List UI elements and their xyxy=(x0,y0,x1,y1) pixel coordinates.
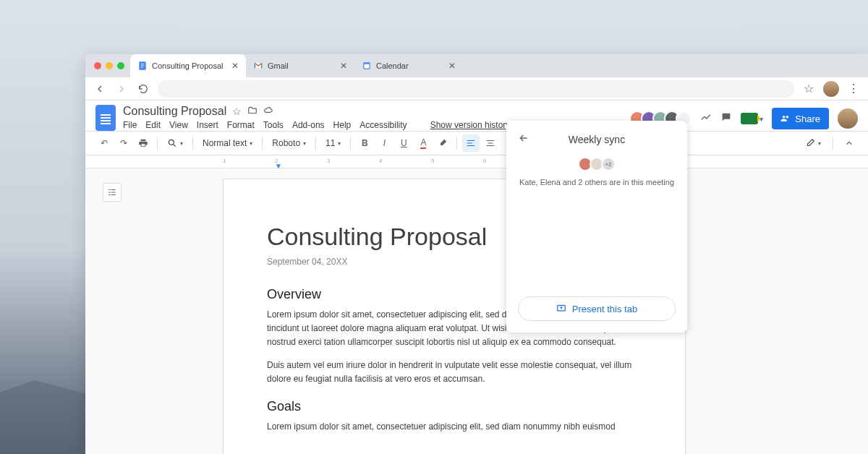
outline-toggle-button[interactable] xyxy=(103,183,122,202)
tab-title: Gmail xyxy=(268,61,336,70)
font-size-dropdown[interactable]: 11▾ xyxy=(321,134,345,152)
meeting-subtitle: Kate, Elena and 2 others are in this mee… xyxy=(518,177,676,188)
profile-avatar[interactable] xyxy=(823,81,839,97)
underline-button[interactable]: U xyxy=(395,134,412,152)
document-canvas: Consulting Proposal September 04, 20XX O… xyxy=(85,168,868,454)
text-color-button[interactable]: A xyxy=(414,134,432,152)
browser-menu-icon[interactable]: ⋮ xyxy=(846,82,861,96)
forward-button[interactable] xyxy=(114,82,129,96)
meet-camera-icon xyxy=(741,113,758,124)
star-icon[interactable]: ☆ xyxy=(801,82,816,96)
activity-icon[interactable] xyxy=(700,111,712,126)
docs-header: Consulting Proposal ☆ File Edit View Ins… xyxy=(85,100,868,131)
menu-tools[interactable]: Tools xyxy=(263,120,284,130)
zoom-dropdown[interactable]: ▾ xyxy=(163,134,187,152)
calendar-icon xyxy=(362,61,372,71)
version-history-link[interactable]: Show version history xyxy=(430,120,511,130)
doc-paragraph: Duis autem vel eum iriure dolor in hendr… xyxy=(267,359,642,386)
menu-file[interactable]: File xyxy=(123,120,137,130)
meeting-avatars: +2 xyxy=(518,157,676,171)
close-tab-icon[interactable]: ✕ xyxy=(231,61,239,71)
undo-button[interactable]: ↶ xyxy=(95,134,113,152)
browser-tab-active[interactable]: Consulting Proposal ✕ xyxy=(130,54,246,77)
minimize-window-button[interactable] xyxy=(106,62,113,69)
menu-view[interactable]: View xyxy=(169,120,188,130)
editing-mode-dropdown[interactable]: ▾ xyxy=(801,134,825,152)
maximize-window-button[interactable] xyxy=(117,62,124,69)
align-left-button[interactable] xyxy=(462,134,480,152)
highlight-button[interactable] xyxy=(434,134,451,152)
svg-rect-3 xyxy=(141,67,143,68)
italic-button[interactable]: I xyxy=(375,134,393,152)
close-window-button[interactable] xyxy=(94,62,101,69)
window-controls xyxy=(91,62,130,69)
svg-rect-5 xyxy=(365,64,370,69)
bold-button[interactable]: B xyxy=(356,134,373,152)
star-icon[interactable]: ☆ xyxy=(232,106,242,117)
tab-title: Consulting Proposal xyxy=(152,61,227,70)
address-bar: ☆ ⋮ xyxy=(85,77,868,100)
reload-button[interactable] xyxy=(136,82,150,96)
font-dropdown[interactable]: Roboto▾ xyxy=(268,134,310,152)
ruler[interactable]: ▼ 1 2 3 4 5 6 7 xyxy=(85,155,868,168)
meeting-avatar-more: +2 xyxy=(601,157,616,171)
docs-logo[interactable] xyxy=(95,105,116,131)
gmail-icon xyxy=(253,61,263,71)
share-button[interactable]: Share xyxy=(772,108,829,129)
move-icon[interactable] xyxy=(247,106,258,118)
comments-icon[interactable] xyxy=(720,111,732,126)
url-input[interactable] xyxy=(158,80,794,98)
toolbar: ↶ ↷ ▾ Normal text▾ Roboto▾ 11▾ B I U A ▾… xyxy=(85,131,868,155)
meet-button[interactable]: ▾ xyxy=(741,113,763,124)
collapse-toolbar-button[interactable] xyxy=(841,134,858,152)
doc-paragraph: Lorem ipsum dolor sit amet, consectetuer… xyxy=(267,420,642,434)
print-button[interactable] xyxy=(135,134,152,152)
menu-accessibility[interactable]: Accessibility xyxy=(359,120,407,130)
menu-insert[interactable]: Insert xyxy=(197,120,218,130)
tab-strip: Consulting Proposal ✕ Gmail ✕ Calendar ✕ xyxy=(85,54,868,77)
menu-format[interactable]: Format xyxy=(227,120,255,130)
doc-heading-2: Goals xyxy=(267,399,642,414)
menu-help[interactable]: Help xyxy=(333,120,352,130)
docs-icon xyxy=(137,61,148,71)
cloud-saved-icon[interactable] xyxy=(263,106,273,118)
share-label: Share xyxy=(795,113,820,124)
align-center-button[interactable] xyxy=(482,134,499,152)
back-button[interactable] xyxy=(93,82,107,96)
redo-button[interactable]: ↷ xyxy=(115,134,132,152)
style-dropdown[interactable]: Normal text▾ xyxy=(198,134,257,152)
svg-rect-2 xyxy=(141,65,145,66)
tab-title: Calendar xyxy=(376,61,444,70)
close-tab-icon[interactable]: ✕ xyxy=(340,61,347,71)
present-tab-label: Present this tab xyxy=(572,304,637,314)
svg-point-6 xyxy=(169,140,174,145)
menu-edit[interactable]: Edit xyxy=(145,120,161,130)
browser-window: Consulting Proposal ✕ Gmail ✕ Calendar ✕… xyxy=(85,54,868,454)
browser-tab[interactable]: Calendar ✕ xyxy=(354,54,463,77)
menu-addons[interactable]: Add-ons xyxy=(292,120,325,130)
account-avatar[interactable] xyxy=(838,108,858,129)
svg-rect-1 xyxy=(141,64,145,64)
close-tab-icon[interactable]: ✕ xyxy=(448,61,456,71)
meet-panel-title: Weekly sync xyxy=(518,134,676,145)
present-tab-button[interactable]: Present this tab xyxy=(518,296,676,321)
meet-panel: Weekly sync +2 Kate, Elena and 2 others … xyxy=(506,121,687,333)
browser-tab[interactable]: Gmail ✕ xyxy=(246,54,354,77)
document-title[interactable]: Consulting Proposal xyxy=(123,105,226,118)
